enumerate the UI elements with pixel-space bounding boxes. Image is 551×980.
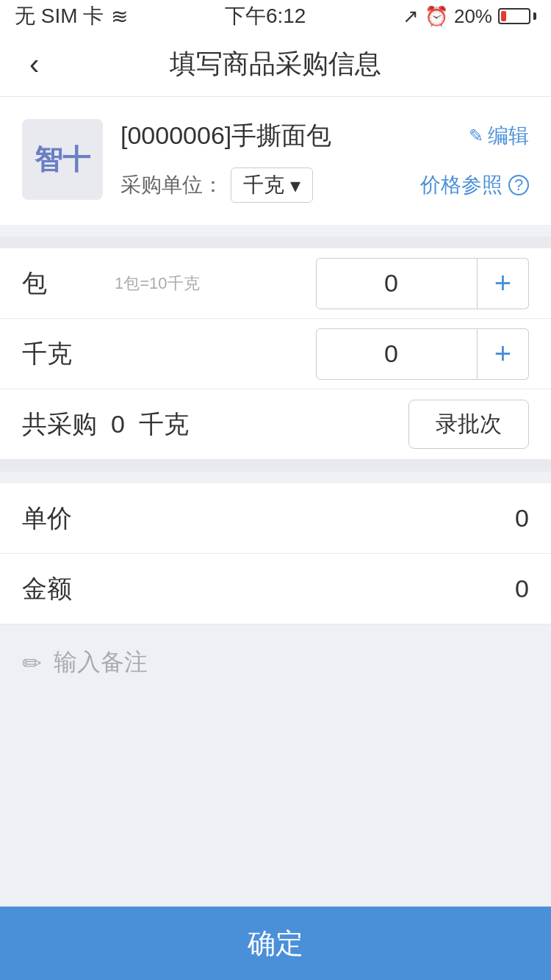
summary-amount: 0	[111, 410, 125, 438]
unit-price-row: 单价 0	[0, 483, 551, 554]
bao-plus-button[interactable]: +	[478, 258, 529, 309]
amount-value: 0	[515, 574, 529, 603]
input-section: 包 1包=10千克 + 千克 +	[0, 248, 551, 389]
kg-plus-button[interactable]: +	[478, 328, 529, 380]
unit-value: 千克	[243, 171, 284, 199]
record-batch-button[interactable]: 录批次	[408, 400, 529, 449]
help-icon: ?	[508, 175, 529, 195]
product-unit-row: 采购单位： 千克 ▾ 价格参照 ?	[120, 167, 529, 203]
bao-label: 包	[22, 267, 110, 300]
chevron-down-icon: ▾	[290, 173, 300, 198]
bao-sub-label: 1包=10千克	[115, 273, 200, 295]
section-divider-2	[0, 460, 551, 472]
location-icon: ↗	[403, 5, 419, 28]
notes-section[interactable]: ✏ 输入备注	[0, 624, 551, 742]
kg-qty-input[interactable]	[316, 328, 478, 380]
summary-text: 共采购 0 千克	[22, 408, 408, 442]
edit-button[interactable]: ✎ 编辑	[469, 122, 529, 150]
unit-price-label: 单价	[22, 502, 515, 536]
battery-icon	[498, 8, 536, 24]
nav-bar: ‹ 填写商品采购信息	[0, 32, 551, 97]
summary-prefix: 共采购	[22, 410, 97, 438]
summary-suffix: 千克	[139, 410, 189, 438]
back-button[interactable]: ‹	[22, 40, 46, 88]
edit-icon: ✎	[469, 126, 483, 146]
kg-input-row: 千克 +	[0, 319, 551, 389]
amount-label: 金额	[22, 572, 515, 606]
price-section: 单价 0 金额 0	[0, 483, 551, 624]
battery-pct: 20%	[454, 5, 492, 28]
bao-qty-input[interactable]	[316, 258, 478, 309]
product-logo: 智十	[35, 141, 90, 179]
page-title: 填写商品采购信息	[170, 46, 381, 82]
confirm-label: 确定	[248, 925, 303, 962]
alarm-icon: ⏰	[425, 5, 448, 28]
bottom-spacer	[0, 742, 551, 933]
status-time: 下午6:12	[225, 2, 306, 30]
product-info: [0000006]手撕面包 ✎ 编辑 采购单位： 千克 ▾ 价格参照 ?	[120, 119, 529, 203]
unit-select[interactable]: 千克 ▾	[231, 167, 313, 203]
sim-label: 无 SIM 卡	[15, 2, 104, 30]
bao-input-row: 包 1包=10千克 +	[0, 248, 551, 319]
kg-label: 千克	[22, 337, 110, 371]
product-name-row: [0000006]手撕面包 ✎ 编辑	[120, 119, 529, 153]
edit-label: 编辑	[488, 122, 529, 150]
kg-qty-wrap: +	[316, 328, 529, 380]
amount-row: 金额 0	[0, 554, 551, 624]
notes-placeholder: 输入备注	[54, 646, 148, 679]
summary-row: 共采购 0 千克 录批次	[0, 389, 551, 460]
price-ref-label: 价格参照	[420, 171, 503, 199]
pencil-icon: ✏	[22, 649, 42, 677]
bao-qty-wrap: +	[316, 258, 529, 309]
product-card: 智十 [0000006]手撕面包 ✎ 编辑 采购单位： 千克 ▾ 价格参照 ?	[0, 97, 551, 225]
unit-price-value: 0	[515, 504, 529, 533]
price-ref-button[interactable]: 价格参照 ?	[420, 171, 529, 199]
product-name: [0000006]手撕面包	[120, 119, 331, 153]
status-right: ↗ ⏰ 20%	[403, 5, 536, 28]
status-left: 无 SIM 卡 ≋	[15, 2, 128, 30]
unit-label: 采购单位：	[120, 171, 223, 199]
section-divider-1	[0, 237, 551, 248]
wifi-icon: ≋	[111, 4, 128, 29]
status-bar: 无 SIM 卡 ≋ 下午6:12 ↗ ⏰ 20%	[0, 0, 551, 32]
confirm-bar[interactable]: 确定	[0, 907, 551, 980]
product-thumbnail: 智十	[22, 119, 103, 200]
